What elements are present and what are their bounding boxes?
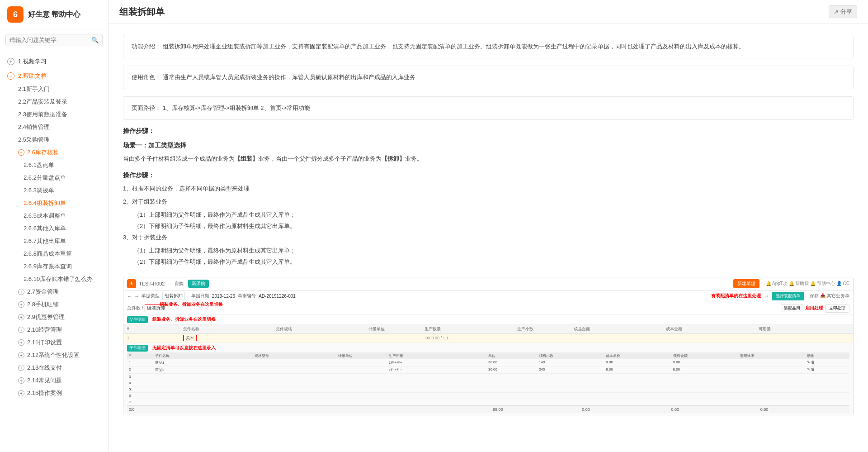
mock-select-bom-btn[interactable]: 选择装配清单 <box>772 292 804 300</box>
mock-tab-xincaigou[interactable]: 新采购 <box>188 280 209 288</box>
annotation2-inline: 组装业务、拆卸业务在这里切换 <box>152 316 216 323</box>
annotation2-text: 组装业务、拆卸业务在这里切换 <box>160 301 223 308</box>
sidebar-item-2.6.8[interactable]: 2.6.8商品成本重算 <box>0 247 108 260</box>
mock-app: 6 TEST-H002 自购 新采购 新建单据 🔔 AppT功 🔔 帮助帮 🔔 … <box>123 277 853 415</box>
step3-1: （1）上部明细为父件明细，最终作为原材料生成其它出库单； <box>123 245 854 257</box>
scenario1-title: 场景一：加工类型选择 <box>123 142 854 150</box>
annotation4-text: 无固定清单可以直接在这里录入 <box>152 345 216 351</box>
sidebar-item-2.4[interactable]: 2.4销售管理 <box>0 121 108 133</box>
mock-ops-icons: 保存 📥 其它业务单 <box>810 293 849 299</box>
role-label: 使用角色： <box>132 74 161 81</box>
mock-num-label: 单据编号 <box>238 293 256 299</box>
mock-doc-type-select[interactable]: 组装拆卸 <box>162 292 185 300</box>
screenshot-container: 6 TEST-H002 自购 新采购 新建单据 🔔 AppT功 🔔 帮助帮 🔔 … <box>123 277 854 415</box>
step2: 2、对于组装业务 <box>123 196 854 207</box>
logo-icon: 6 <box>7 6 24 23</box>
mock-lower-row-3: 3 <box>127 374 849 380</box>
plus-icon: + <box>7 58 14 65</box>
search-box: 🔍 <box>5 34 103 46</box>
mock-confirm-btn[interactable]: 立即处理 <box>825 304 849 313</box>
step3-2: （2）下部明细为子件明细，最终作为产成品生成其它入库单。 <box>123 257 854 268</box>
ops-title: 操作步骤： <box>123 127 854 135</box>
annotation1-text: 有装配清单的在这里处理 <box>711 293 761 299</box>
mock-lower-table-header: # 子件名称 规格型号 计量单位 生产用量 单位 领料小数 成本单价 领料金额 … <box>127 352 849 359</box>
sidebar-item-2.1[interactable]: 2.1新手入门 <box>0 83 108 95</box>
arrow-icon: → <box>763 292 770 300</box>
mock-doc-type-label: 单据类型 <box>142 293 160 299</box>
search-icon[interactable]: 🔍 <box>91 37 99 43</box>
sidebar-item-2.12[interactable]: + 2.12系统个性化设置 <box>0 349 108 362</box>
sidebar-item-2.2[interactable]: 2.2产品安装及登录 <box>0 95 108 108</box>
sidebar-item-2.5[interactable]: 2.5采购管理 <box>0 133 108 146</box>
mock-upper-label-row: 父件明细 组装业务、拆卸业务在这里切换 <box>123 315 853 325</box>
func-intro-block: 功能介绍： 组装拆卸单用来处理企业组装或拆卸等加工业务，支持有固定装配清单的产品… <box>123 35 854 58</box>
mock-upper-table-header: # 父件名称 父件规格 计量单位 生产数量 生产小数 成品金额 成本金额 可用量 <box>123 325 853 334</box>
mock-title-code: TEST-H002 <box>139 281 165 286</box>
sidebar-item-2.7[interactable]: + 2.7资金管理 <box>0 285 108 298</box>
page-title: 组装拆卸单 <box>119 6 165 18</box>
mock-lower-row-7: 7 <box>127 399 849 405</box>
path-text: 1、库存核算->库存管理->组装拆卸单 2、首页->常用功能 <box>163 105 311 111</box>
search-input[interactable] <box>9 37 91 43</box>
share-icon: ↗ <box>834 9 839 15</box>
sidebar-item-2.6.9[interactable]: 2.6.9库存账本查询 <box>0 260 108 273</box>
minus-icon: − <box>7 72 14 80</box>
func-intro-text: 组装拆卸单用来处理企业组装或拆卸等加工业务，支持有固定装配清单的产品加工业务，也… <box>163 43 745 50</box>
sidebar-item-2.10[interactable]: + 2.10经营管理 <box>0 324 108 336</box>
func-intro-label: 功能介绍： <box>132 43 161 50</box>
mock-tab-zigou[interactable]: 自购 <box>171 280 187 288</box>
mock-logo: 6 <box>127 279 136 288</box>
mock-nav-icon-right: → <box>134 294 139 299</box>
mock-date-value: 2019-12-26 <box>212 294 235 299</box>
scenario1-desc: 当由多个子件材料组装成一个成品的业务为【组装】业务，当由一个父件拆分成多个子产品… <box>123 153 854 164</box>
sidebar-item-2.6[interactable]: − 2.6库存核算 <box>0 146 108 159</box>
sidebar-item-2.6.1[interactable]: 2.6.1盘点单 <box>0 159 108 171</box>
sidebar-item-2.6.5[interactable]: 2.6.5成本调整单 <box>0 209 108 222</box>
annotation3-text: 启用处理 <box>805 305 823 311</box>
mock-title-bar: 6 TEST-H002 自购 新采购 新建单据 🔔 AppT功 🔔 帮助帮 🔔 … <box>123 277 853 290</box>
role-block: 使用角色： 通常由生产人员或库管人员完成拆装业务的操作，库管人员确认原材料的出库… <box>123 66 854 89</box>
mock-lower-row-1: 1 商品1 1件+件+ 30.00 140 9.00 9.00 ✎ 🗑 <box>127 359 849 366</box>
sidebar-item-2.6.6[interactable]: 2.6.6其他入库单 <box>0 222 108 235</box>
nav-section-docs: − 2.帮助文档 2.1新手入门 2.2产品安装及登录 2.3使用前数据准备 2… <box>0 69 108 400</box>
logo-text: 好生意 帮助中心 <box>28 10 80 19</box>
sidebar: 6 好生意 帮助中心 🔍 + 1.视频学习 − 2.帮助文档 2.1新手入门 2… <box>0 0 108 452</box>
mock-upper-row-1: 1 关木 1000.00 / 1.1 <box>123 334 853 343</box>
sidebar-item-2.3[interactable]: 2.3使用前数据准备 <box>0 108 108 121</box>
mock-nav-icon-left: ← <box>127 294 132 299</box>
path-block: 页面路径： 1、库存核算->库存管理->组装拆卸单 2、首页->常用功能 <box>123 96 854 120</box>
mock-upper-name-box[interactable]: 关木 <box>183 335 197 341</box>
steps-sub-title: 操作步骤： <box>123 171 854 180</box>
mock-date-label: 单据日期 <box>191 293 209 299</box>
main-content: 组装拆卸单 ↗ 分享 功能介绍： 组装拆卸单用来处理企业组装或拆卸等加工业务，支… <box>108 0 868 452</box>
mock-num-value: AD-20191226-001 <box>259 294 296 299</box>
step1: 1、根据不同的业务，选择不同单据的类型来处理 <box>123 183 854 194</box>
mock-lower-label-row: 子件明细 无固定清单可以直接在这里录入 <box>127 345 849 352</box>
step2-1: （1）上部明细为父件明细，最终作为产成品生成其它入库单； <box>123 209 854 221</box>
sidebar-item-videos[interactable]: + 1.视频学习 <box>0 55 108 68</box>
sidebar-item-2.6.3[interactable]: 2.6.3调拨单 <box>0 184 108 197</box>
sidebar-item-2.6.7[interactable]: 2.6.7其他出库单 <box>0 235 108 247</box>
mock-form-row: 总件数 / 组装拆卸 组装业务、拆卸业务在这里切换 装配品用 启用处理 <box>123 302 853 315</box>
path-label: 页面路径： <box>132 105 161 111</box>
mock-lower-row-2: 2 商品2 1件+件+ 30.00 240 8.00 8.00 ✎ 🗑 <box>127 366 849 374</box>
sidebar-item-2.8[interactable]: + 2.8手机旺铺 <box>0 298 108 311</box>
share-button[interactable]: ↗ 分享 <box>829 5 857 18</box>
sidebar-item-2.14[interactable]: + 2.14常见问题 <box>0 374 108 387</box>
mock-nav-tabs: 自购 新采购 <box>171 280 209 288</box>
step3: 3、对于拆装业务 <box>123 232 854 243</box>
sidebar-item-2.15[interactable]: + 2.15操作案例 <box>0 387 108 400</box>
sidebar-item-2.6.10[interactable]: 2.6.10库存账本错了怎么办 <box>0 273 108 285</box>
sidebar-item-2.6.4[interactable]: 2.6.4组装拆卸单 <box>0 197 108 209</box>
upper-section-label: 父件明细 <box>127 316 148 323</box>
mock-type-field: 装配品用 <box>781 305 803 312</box>
lower-section-label: 子件明细 <box>127 345 148 352</box>
sidebar-item-2.13[interactable]: + 2.13在线支付 <box>0 362 108 374</box>
step2-2: （2）下部明细为子件明细，最终作为原材料生成其它出库单。 <box>123 221 854 232</box>
sidebar-item-2.11[interactable]: + 2.11打印设置 <box>0 336 108 349</box>
minus-icon-2.6: − <box>18 149 24 156</box>
mock-new-btn[interactable]: 新建单据 <box>733 279 760 288</box>
sidebar-item-docs[interactable]: − 2.帮助文档 <box>0 69 108 83</box>
sidebar-item-2.6.2[interactable]: 2.6.2分量盘点单 <box>0 171 108 184</box>
sidebar-item-2.9[interactable]: + 2.9优惠券管理 <box>0 311 108 324</box>
